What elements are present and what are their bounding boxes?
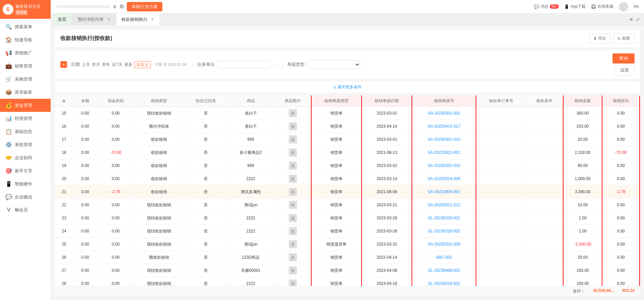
cell-cancel-no[interactable]: SL-20230328-002 <box>412 225 476 238</box>
tab-prepay-close[interactable]: ✕ <box>107 17 110 22</box>
cancel-no-link[interactable]: SA-20230321-012 <box>428 203 460 207</box>
headset-icon: 🎧 <box>591 4 596 9</box>
cell-cancel-discount: 0.00 <box>602 277 640 286</box>
cancel-no-link[interactable]: SL-20230408-001 <box>428 268 460 273</box>
sidebar-item-system[interactable]: ⚙️ 系统管理 <box>0 138 51 151</box>
cell-cancel-no[interactable]: SA-20230301-001 <box>412 107 476 120</box>
voucher-type-select[interactable] <box>307 60 360 69</box>
cell-cancel-no[interactable]: SL-20230408-001 <box>412 264 476 277</box>
partner-input[interactable] <box>217 60 270 69</box>
tab-expand-icon[interactable]: ⤢ <box>636 17 640 22</box>
cell-cancel-no[interactable]: SA-20230301-010 <box>412 159 476 172</box>
cell-receipt-condition <box>526 172 563 185</box>
sidebar-item-inventory[interactable]: 📦 库存核算 <box>0 86 51 99</box>
cell-cancel-no[interactable]: SA-20210808-001 <box>412 185 476 199</box>
logo-text: 畅捷通·好生意 标准版 <box>15 4 41 15</box>
cancel-no-link[interactable]: SA-20230314-008 <box>428 176 460 181</box>
cancel-no-link[interactable]: SA-20230301-010 <box>428 163 460 168</box>
query-button[interactable]: 查询 <box>612 53 635 63</box>
cell-cancel-type: 现结收款核销 <box>134 277 184 286</box>
cancel-no-link[interactable]: SL-20230418-001 <box>428 281 460 286</box>
cancel-no-link[interactable]: SA-20230301-010 <box>428 137 460 142</box>
sidebar-item-sales[interactable]: 💼 销售管理 <box>0 59 51 73</box>
date-this-year[interactable]: 本年 <box>102 62 110 68</box>
cell-cancel-no[interactable]: SA-20230321-012 <box>412 199 476 212</box>
col-header-cancel-discount: 核销折扣 <box>602 95 640 107</box>
cell-cancel-no[interactable]: SA-20230314-008 <box>412 172 476 185</box>
cell-cancel-amount: -2,430.00 <box>563 238 602 251</box>
tab-close-all-icon[interactable]: ✕ <box>629 17 633 22</box>
cancel-no-link[interactable]: SA-20210808-001 <box>428 189 460 194</box>
tab-receipt-cancel-close[interactable]: ✕ <box>151 17 154 22</box>
cell-cancel-no[interactable]: SA-20230301-010 <box>412 133 476 146</box>
cancel-no-link[interactable]: SA-20230331-026 <box>428 242 460 247</box>
partner-dots[interactable]: ... <box>272 62 278 67</box>
tab-receipt-cancel[interactable]: 收款核销执行 ✕ <box>116 13 160 26</box>
cell-row-num: 18 <box>55 146 73 159</box>
sidebar-item-weixin[interactable]: 💬 企业微信 <box>0 190 51 204</box>
cell-cancel-no[interactable]: SA-20230414-017 <box>412 120 476 133</box>
cell-cancel-no[interactable]: ABC-001 <box>412 251 476 264</box>
cell-cancel-voucher-type: 销货单 <box>311 212 362 225</box>
tab-prepay[interactable]: 预付冲应付单 ✕ <box>72 13 116 26</box>
cell-cancel-discount: 0.00 <box>602 212 640 225</box>
total-amount-label: 合计： <box>573 288 585 294</box>
settings-button[interactable]: 设置 <box>614 65 635 76</box>
industry-solution-button[interactable]: 体验行业方案 <box>127 2 162 11</box>
sidebar-item-enterprise[interactable]: 🤝 企业协同 <box>0 151 51 164</box>
cell-cancel-no[interactable]: SA-20210813-001 <box>412 146 476 159</box>
cell-cancel-type: 收款核销 <box>134 146 184 159</box>
cell-cancel-no[interactable]: SL-20230418-001 <box>412 277 476 286</box>
cancel-no-link[interactable]: SA-20210813-001 <box>428 150 460 155</box>
inventory-icon: 📦 <box>5 89 12 95</box>
sidebar-item-marketing[interactable]: 📢 营销推广 <box>0 46 51 59</box>
cell-goods: 2222 <box>227 277 274 286</box>
refresh-button[interactable]: ↻ 刷新 <box>613 34 635 43</box>
chevron-down-icon[interactable]: ∨ <box>113 3 117 10</box>
date-custom-button[interactable]: 自定义 <box>135 61 151 68</box>
cell-cash-discount: 0.00 <box>97 238 134 251</box>
sidebar-item-quicknav[interactable]: 🏠 快捷导航 <box>0 33 51 46</box>
sidebar-item-finance[interactable]: 💰 资金管理 <box>0 99 51 112</box>
date-more[interactable]: 更多 <box>124 62 132 68</box>
expand-more-button[interactable]: ∨ 展开更多条件 <box>329 83 366 91</box>
cell-row-num: 16 <box>55 120 73 133</box>
cell-cancel-no[interactable]: SL-20230328-001 <box>412 212 476 225</box>
gear-icon[interactable]: ⚙ <box>119 3 124 10</box>
table-row: 27 0.00 0.00 现结收款核销 否 衣服00001 🖼 销货单 2023… <box>55 264 640 277</box>
tab-home[interactable]: 首页 <box>52 13 72 26</box>
column-settings-icon[interactable]: ⚙ <box>62 99 66 103</box>
cancel-no-link[interactable]: SL-20230328-002 <box>428 229 460 233</box>
table-wrapper[interactable]: ⚙ 余额 现金折扣 核销类型 包含已结清 商品 商品图片 核销单据类型 核销单据… <box>55 95 640 286</box>
cancel-no-link[interactable]: SL-20230328-001 <box>428 216 460 220</box>
user-avatar[interactable] <box>619 2 628 11</box>
col-header-settings[interactable]: ⚙ <box>55 95 73 107</box>
sidebar-item-member[interactable]: V 畅会员 <box>0 204 51 216</box>
cell-receipt-condition <box>526 133 563 146</box>
messages-button[interactable]: 💬 消息 99+ <box>534 4 559 9</box>
sidebar-item-hardware[interactable]: 📱 智能硬件 <box>0 177 51 190</box>
date-last-7days[interactable]: 近7天 <box>112 62 122 68</box>
sidebar-item-search[interactable]: 🔍 搜索菜单 <box>0 20 51 33</box>
sidebar-item-guide[interactable]: 🎯 新手引导 <box>0 164 51 177</box>
cell-goods-image: 🖼 <box>274 133 312 146</box>
cancel-no-link[interactable]: SA-20230301-001 <box>428 111 460 116</box>
partner-filter-group: 往来单位 ... <box>197 60 278 69</box>
export-button[interactable]: ⬆ 导出 <box>589 34 610 43</box>
cancel-no-link[interactable]: SA-20230414-017 <box>428 124 460 129</box>
cell-balance: 0.00 <box>73 185 97 199</box>
sidebar-item-operations[interactable]: 📊 经营管理 <box>0 112 51 125</box>
cell-cancel-no[interactable]: SA-20230331-026 <box>412 238 476 251</box>
cell-cancel-type: 现结收款核销 <box>134 212 184 225</box>
sidebar-item-purchase[interactable]: 🛒 采购管理 <box>0 73 51 86</box>
cancel-no-link[interactable]: ABC-001 <box>436 255 452 260</box>
online-service-button[interactable]: 🎧 在线客服 <box>591 4 613 9</box>
app-download-button[interactable]: 📱 App下载 <box>564 4 586 9</box>
cell-cancel-amount: 1.00 <box>563 225 602 238</box>
phone-icon: 📱 <box>564 4 569 9</box>
date-this-month[interactable]: 本月 <box>92 62 100 68</box>
date-last-month[interactable]: 上月 <box>82 62 90 68</box>
cell-cancel-type: 预收款核销 <box>134 251 184 264</box>
filter-expand-button[interactable]: » <box>60 61 67 68</box>
sidebar-item-basicinfo[interactable]: 📋 基础信息 <box>0 125 51 138</box>
